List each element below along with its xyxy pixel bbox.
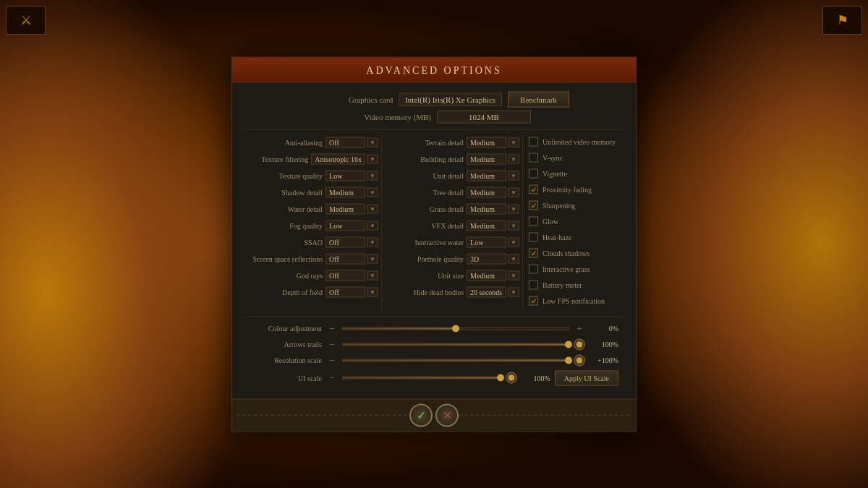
- mid-dropdown-arrow-3[interactable]: ▼: [508, 188, 519, 197]
- left-dropdown-arrow-4[interactable]: ▼: [367, 205, 378, 214]
- mid-dropdown-arrow-6[interactable]: ▼: [508, 238, 519, 247]
- left-dropdown-arrow-8[interactable]: ▼: [367, 271, 378, 281]
- slider-minus-1[interactable]: −: [326, 338, 338, 350]
- slider-minus-2[interactable]: −: [326, 354, 338, 366]
- checkbox-4[interactable]: ✓: [529, 201, 538, 210]
- left-setting-value-5: Low: [326, 221, 365, 231]
- left-setting-row: Anti-aliasing Off ▼: [244, 135, 378, 150]
- slider-knob-1[interactable]: [574, 338, 585, 350]
- checkbox-7[interactable]: ✓: [529, 249, 538, 258]
- checkbox-row: Heat-haze: [529, 231, 624, 244]
- apply-ui-scale-button[interactable]: Apply UI Scale: [555, 370, 618, 385]
- checkbox-row: Unlimited video memory: [529, 135, 624, 148]
- mid-setting-label-7: Porthole quality: [385, 255, 467, 263]
- benchmark-button[interactable]: Benchmark: [508, 91, 569, 107]
- mid-setting-row: Unit size Medium ▼: [385, 268, 519, 283]
- left-dropdown-arrow-9[interactable]: ▼: [367, 288, 378, 297]
- mid-dropdown-arrow-1[interactable]: ▼: [508, 155, 519, 164]
- left-setting-row: SSAO Off ▼: [244, 235, 378, 249]
- slider-value-1: 100%: [590, 341, 618, 348]
- cancel-button[interactable]: ✕: [435, 403, 459, 427]
- mid-dropdown-arrow-9[interactable]: ▼: [508, 288, 519, 297]
- checkbox-5[interactable]: [529, 217, 538, 226]
- slider-knob-2[interactable]: [574, 354, 585, 366]
- left-setting-value-wrap-8: Off ▼: [326, 270, 378, 281]
- left-setting-label-5: Fog quality: [244, 222, 326, 230]
- slider-plus-0[interactable]: +: [574, 322, 585, 334]
- checkbox-row: Glow: [529, 215, 624, 228]
- mid-dropdown-arrow-7[interactable]: ▼: [508, 254, 519, 264]
- checkbox-1[interactable]: [529, 153, 538, 163]
- slider-track-3[interactable]: [342, 377, 501, 380]
- slider-minus-3[interactable]: −: [326, 372, 338, 384]
- left-dropdown-arrow-7[interactable]: ▼: [367, 254, 378, 264]
- mid-setting-value-5: Medium: [467, 221, 506, 231]
- checkbox-label-3: Proximity fading: [542, 186, 592, 194]
- slider-thumb-0[interactable]: [452, 325, 459, 332]
- check-mark-icon: ✓: [531, 249, 537, 257]
- slider-thumb-2[interactable]: [565, 356, 572, 364]
- slider-knob-inner-2: [576, 357, 582, 363]
- mid-setting-value-wrap-3: Medium ▼: [467, 187, 519, 198]
- left-dropdown-arrow-5[interactable]: ▼: [367, 221, 378, 231]
- mid-setting-row: VFX detail Medium ▼: [385, 218, 519, 233]
- dialog-body: Graphics card Intel(R) Iris(R) Xe Graphi…: [232, 82, 636, 398]
- left-dropdown-arrow-2[interactable]: ▼: [367, 171, 378, 181]
- left-dropdown-arrow-3[interactable]: ▼: [367, 188, 378, 197]
- slider-value-3: 100%: [522, 374, 550, 382]
- checkbox-3[interactable]: ✓: [529, 185, 538, 194]
- top-left-icon: ⚔: [20, 12, 32, 28]
- background-gold-left: [0, 0, 231, 488]
- left-setting-row: Water detail Medium ▼: [244, 202, 378, 216]
- left-setting-value-3: Medium: [326, 187, 365, 198]
- divider-bottom: [244, 316, 624, 317]
- checkbox-2[interactable]: [529, 169, 538, 179]
- deco-line-left: [237, 414, 409, 416]
- ok-button[interactable]: ✓: [409, 403, 433, 427]
- dialog-title-bar: Advanced Options: [232, 57, 636, 82]
- mid-dropdown-arrow-8[interactable]: ▼: [508, 271, 519, 281]
- slider-track-1[interactable]: [342, 343, 569, 346]
- background-gold-right: [637, 0, 868, 488]
- left-dropdown-arrow-0[interactable]: ▼: [367, 138, 378, 147]
- slider-track-2[interactable]: [342, 359, 569, 361]
- left-setting-label-8: God rays: [244, 272, 326, 280]
- slider-label-1: Arrows trails: [250, 341, 322, 348]
- checkbox-8[interactable]: [529, 265, 538, 274]
- mid-setting-label-9: Hide dead bodies: [385, 288, 467, 296]
- checkbox-9[interactable]: [529, 281, 538, 290]
- slider-fill-0: [343, 328, 456, 329]
- mid-dropdown-arrow-4[interactable]: ▼: [508, 205, 519, 214]
- mid-setting-label-6: Interactive water: [385, 239, 467, 247]
- left-dropdown-arrow-1[interactable]: ▼: [367, 155, 378, 164]
- left-setting-value-wrap-7: Off ▼: [326, 254, 378, 265]
- slider-track-0[interactable]: [342, 327, 569, 330]
- checkbox-row: ✓ Clouds shadows: [529, 247, 624, 260]
- left-setting-label-2: Texture quality: [244, 172, 326, 180]
- checkbox-label-4: Sharpening: [542, 202, 576, 210]
- mid-setting-value-2: Medium: [467, 171, 506, 181]
- mid-setting-label-1: Building detail: [385, 155, 467, 163]
- checkbox-10[interactable]: ✓: [529, 296, 538, 306]
- left-dropdown-arrow-6[interactable]: ▼: [367, 238, 378, 247]
- checkbox-0[interactable]: [529, 137, 538, 147]
- mid-setting-label-8: Unit size: [385, 272, 467, 280]
- checkbox-row: ✓ Low FPS notification: [529, 294, 624, 307]
- checkbox-row: Battery meter: [529, 278, 624, 291]
- mid-setting-label-2: Unit detail: [385, 172, 467, 180]
- slider-thumb-3[interactable]: [497, 374, 504, 382]
- mid-setting-value-8: Medium: [467, 270, 506, 281]
- deco-line-right: [459, 414, 631, 416]
- checkbox-6[interactable]: [529, 233, 538, 242]
- mid-dropdown-arrow-5[interactable]: ▼: [508, 221, 519, 231]
- divider-top: [244, 129, 624, 129]
- mid-dropdown-arrow-2[interactable]: ▼: [508, 171, 519, 181]
- slider-minus-0[interactable]: −: [326, 322, 338, 334]
- slider-value-0: 0%: [590, 325, 618, 333]
- mid-dropdown-arrow-0[interactable]: ▼: [508, 138, 519, 147]
- slider-knob-3[interactable]: [506, 372, 517, 384]
- checkbox-label-1: V-sync: [542, 154, 563, 162]
- left-setting-row: Texture filtering Anisotropic 16x ▼: [244, 152, 378, 166]
- slider-label-0: Colour adjustment: [250, 325, 322, 333]
- slider-thumb-1[interactable]: [565, 341, 572, 348]
